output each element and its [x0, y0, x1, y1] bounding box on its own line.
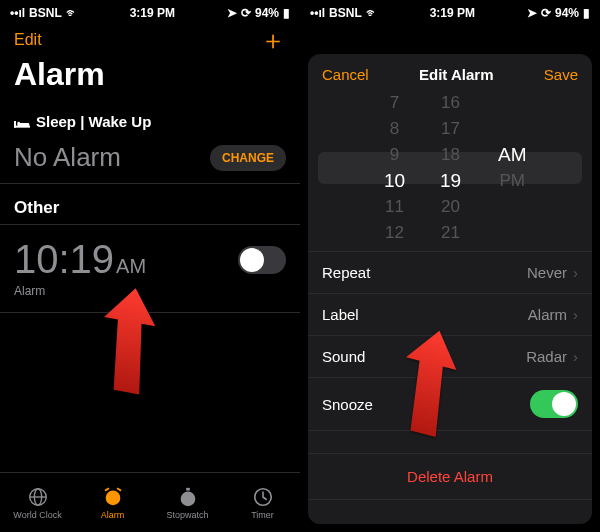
status-time: 3:19 PM	[130, 6, 175, 20]
edit-button[interactable]: Edit	[14, 31, 42, 49]
label-row[interactable]: Label Alarm›	[308, 294, 592, 336]
status-bar: ••ılBSNLᯤ 3:19 PM ➤⟳94%▮	[300, 0, 600, 22]
alarm-icon	[102, 486, 124, 508]
other-header: Other	[0, 184, 300, 225]
tab-world-clock[interactable]: World Clock	[0, 473, 75, 532]
svg-rect-1	[14, 121, 16, 128]
setting-key: Snooze	[322, 396, 373, 413]
setting-key: Repeat	[322, 264, 370, 281]
alarm-row[interactable]: 10:19 AM	[0, 225, 300, 284]
modal-title: Edit Alarm	[419, 66, 493, 83]
alarm-time-value: 10:19	[14, 237, 114, 282]
chevron-right-icon: ›	[573, 264, 578, 281]
save-button[interactable]: Save	[544, 66, 578, 83]
stopwatch-icon	[177, 486, 199, 508]
svg-rect-10	[104, 487, 109, 491]
setting-key: Sound	[322, 348, 365, 365]
tab-label: World Clock	[13, 510, 61, 520]
snooze-toggle[interactable]	[530, 390, 578, 418]
delete-alarm-button[interactable]: Delete Alarm	[308, 453, 592, 500]
setting-key: Label	[322, 306, 359, 323]
location-icon: ➤	[227, 6, 237, 20]
add-alarm-button[interactable]: ＋	[260, 30, 286, 50]
page-title: Alarm	[0, 56, 300, 103]
orientation-icon: ⟳	[241, 6, 251, 20]
settings-list: Repeat Never› Label Alarm› Sound Radar› …	[308, 251, 592, 431]
alarm-ampm: AM	[116, 255, 146, 278]
phone-edit-alarm: ••ılBSNLᯤ 3:19 PM ➤⟳94%▮ Cancel Edit Ala…	[300, 0, 600, 532]
chevron-right-icon: ›	[573, 348, 578, 365]
cancel-button[interactable]: Cancel	[322, 66, 369, 83]
sleep-label: Sleep | Wake Up	[36, 113, 151, 130]
tab-bar: World Clock Alarm Stopwatch Timer	[0, 472, 300, 532]
snooze-row: Snooze	[308, 378, 592, 431]
svg-rect-13	[186, 487, 190, 490]
battery-icon: ▮	[283, 6, 290, 20]
bed-icon	[14, 116, 30, 128]
picker-ampm-column[interactable]: AM PM	[498, 103, 527, 233]
tab-label: Alarm	[101, 510, 125, 520]
signal-icon: ••ıl	[310, 6, 325, 20]
svg-rect-9	[112, 497, 117, 499]
setting-value: Radar	[526, 348, 567, 365]
globe-icon	[27, 486, 49, 508]
status-time: 3:19 PM	[430, 6, 475, 20]
no-alarm-label: No Alarm	[14, 142, 121, 173]
svg-rect-8	[112, 493, 114, 498]
setting-value: Alarm	[528, 306, 567, 323]
battery-percent: 94%	[555, 6, 579, 20]
setting-value: Never	[527, 264, 567, 281]
status-bar: ••ılBSNLᯤ 3:19 PM ➤⟳94%▮	[0, 0, 300, 22]
picker-hours-column[interactable]: 7 8 9 10 11 12	[384, 103, 405, 233]
change-button[interactable]: CHANGE	[210, 145, 286, 171]
sleep-section-header: Sleep | Wake Up	[0, 103, 300, 136]
signal-icon: ••ıl	[10, 6, 25, 20]
alarm-toggle[interactable]	[238, 246, 286, 274]
time-picker[interactable]: 7 8 9 10 11 12 16 17 18 19 20 21 AM	[308, 95, 592, 247]
alarm-sublabel: Alarm	[0, 284, 300, 313]
phone-alarm-list: ••ılBSNLᯤ 3:19 PM ➤⟳94%▮ Edit ＋ Alarm Sl…	[0, 0, 300, 532]
timer-icon	[252, 486, 274, 508]
sound-row[interactable]: Sound Radar›	[308, 336, 592, 378]
svg-point-3	[17, 122, 20, 125]
svg-rect-11	[116, 487, 121, 491]
wifi-icon: ᯤ	[366, 6, 378, 20]
carrier-label: BSNL	[29, 6, 62, 20]
battery-percent: 94%	[255, 6, 279, 20]
repeat-row[interactable]: Repeat Never›	[308, 251, 592, 294]
tab-timer[interactable]: Timer	[225, 473, 300, 532]
tab-stopwatch[interactable]: Stopwatch	[150, 473, 225, 532]
chevron-right-icon: ›	[573, 306, 578, 323]
wifi-icon: ᯤ	[66, 6, 78, 20]
picker-minutes-column[interactable]: 16 17 18 19 20 21	[440, 103, 461, 233]
tab-label: Stopwatch	[166, 510, 208, 520]
orientation-icon: ⟳	[541, 6, 551, 20]
svg-rect-14	[187, 494, 189, 500]
location-icon: ➤	[527, 6, 537, 20]
tab-alarm[interactable]: Alarm	[75, 473, 150, 532]
edit-alarm-modal: Cancel Edit Alarm Save 7 8 9 10 11 12 16…	[308, 54, 592, 524]
carrier-label: BSNL	[329, 6, 362, 20]
battery-icon: ▮	[583, 6, 590, 20]
tab-label: Timer	[251, 510, 274, 520]
